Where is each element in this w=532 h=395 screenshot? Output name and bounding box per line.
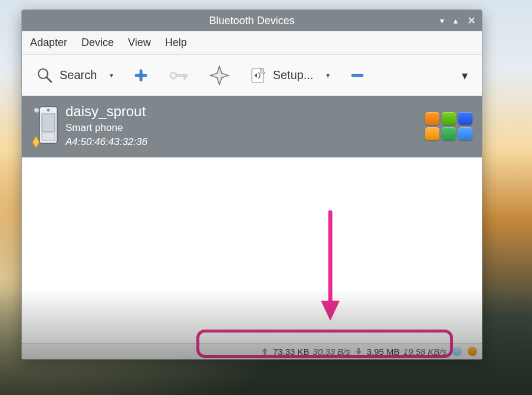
- download-total-label: 3.95 MB: [367, 347, 400, 357]
- titlebar: Bluetooth Devices ▾ ▴ ✕: [22, 10, 482, 31]
- pair-key-button[interactable]: [165, 67, 192, 84]
- remove-device-button[interactable]: [346, 65, 369, 85]
- setup-button[interactable]: Setup...: [247, 64, 333, 87]
- svg-rect-16: [42, 114, 55, 131]
- svg-rect-3: [135, 74, 147, 77]
- send-file-icon: [250, 67, 267, 84]
- window-title: Bluetooth Devices: [209, 15, 294, 27]
- menu-device[interactable]: Device: [81, 37, 114, 49]
- search-icon: [36, 67, 54, 84]
- svg-rect-17: [42, 133, 55, 140]
- phone-icon: [30, 103, 55, 149]
- service-badges: [425, 112, 472, 140]
- service-badge[interactable]: [458, 112, 472, 125]
- statusbar: 73.33 KB 30.33 B/s 3.95 MB 19.58 KB/s: [22, 344, 482, 359]
- device-name-label: daisy_sprout: [65, 103, 415, 120]
- minus-icon: [350, 68, 365, 83]
- search-button[interactable]: Search: [32, 64, 117, 87]
- device-mac-label: A4:50:46:43:32:36: [65, 136, 415, 148]
- annotation-highlight-box: [196, 330, 453, 358]
- svg-point-7: [172, 74, 175, 77]
- upload-rate-label: 30.33 B/s: [313, 347, 350, 357]
- device-row[interactable]: daisy_sprout Smart phone A4:50:46:43:32:…: [22, 96, 482, 157]
- overflow-button[interactable]: ▾: [458, 66, 471, 85]
- device-type-label: Smart phone: [65, 122, 415, 134]
- service-badge[interactable]: [442, 112, 456, 125]
- setup-label: Setup...: [272, 68, 313, 82]
- download-rate-label: 19.58 KB/s: [403, 347, 446, 357]
- svg-rect-8: [177, 74, 188, 77]
- svg-line-1: [47, 77, 51, 82]
- trust-star-button[interactable]: [205, 62, 234, 88]
- service-badge[interactable]: [442, 127, 456, 140]
- status-dot-icon: [452, 347, 462, 356]
- upload-icon: [260, 347, 270, 356]
- add-device-button[interactable]: [130, 65, 152, 85]
- star-icon: [209, 65, 230, 86]
- upload-total-label: 73.33 KB: [273, 347, 310, 357]
- search-label: Search: [60, 68, 97, 82]
- svg-point-19: [34, 108, 40, 113]
- svg-marker-21: [32, 136, 40, 148]
- service-badge[interactable]: [425, 127, 439, 140]
- svg-marker-23: [321, 301, 340, 321]
- bluetooth-devices-window: Bluetooth Devices ▾ ▴ ✕ Adapter Device V…: [21, 9, 482, 360]
- shade-up-button[interactable]: ▴: [454, 17, 458, 25]
- menu-view[interactable]: View: [128, 37, 151, 49]
- toolbar: Search Setup...: [22, 55, 482, 96]
- close-button[interactable]: ✕: [467, 15, 476, 26]
- device-list: daisy_sprout Smart phone A4:50:46:43:32:…: [22, 96, 482, 344]
- plus-icon: [133, 68, 149, 83]
- shade-down-button[interactable]: ▾: [440, 17, 444, 25]
- svg-rect-14: [352, 74, 363, 77]
- download-icon: [354, 347, 363, 356]
- svg-marker-11: [214, 69, 225, 82]
- svg-rect-9: [184, 77, 186, 79]
- status-dot-icon: [468, 347, 477, 356]
- service-badge[interactable]: [425, 112, 439, 125]
- menubar: Adapter Device View Help: [22, 31, 482, 55]
- service-badge[interactable]: [458, 127, 472, 140]
- menu-help[interactable]: Help: [165, 37, 187, 49]
- key-icon: [169, 70, 189, 81]
- menu-adapter[interactable]: Adapter: [30, 37, 67, 49]
- svg-point-18: [47, 109, 50, 112]
